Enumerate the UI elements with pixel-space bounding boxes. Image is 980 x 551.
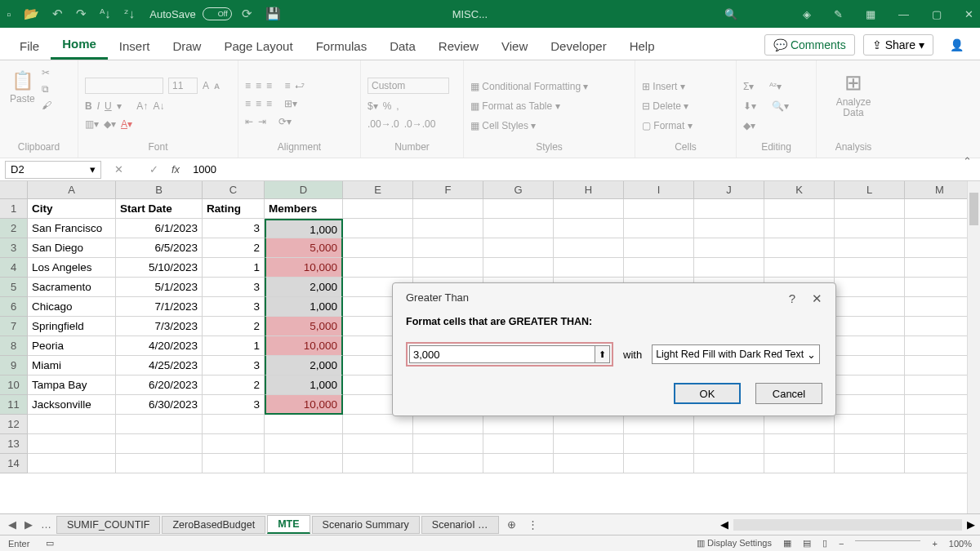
cell[interactable] — [554, 238, 624, 258]
cell[interactable] — [28, 434, 116, 454]
cell[interactable]: 10,000 — [265, 336, 343, 356]
sheet-nav-prev-icon[interactable]: ◀ — [5, 518, 20, 531]
cell[interactable] — [624, 434, 694, 454]
cell[interactable]: Chicago — [28, 297, 116, 317]
cell[interactable] — [835, 297, 905, 317]
cell[interactable] — [413, 415, 483, 434]
cell[interactable] — [413, 434, 483, 454]
cell[interactable] — [905, 297, 975, 317]
tab-page-layout[interactable]: Page Layout — [212, 33, 304, 60]
cell[interactable] — [554, 454, 624, 473]
cell[interactable]: Jacksonville — [28, 395, 116, 415]
format-cells[interactable]: ▢ Format ▾ — [642, 120, 693, 131]
cell[interactable]: 3 — [203, 278, 265, 297]
close-icon[interactable]: ✕ — [964, 8, 973, 20]
sheet-nav-more[interactable]: … — [38, 518, 55, 531]
cell[interactable]: 5/1/2023 — [116, 278, 203, 297]
cell[interactable] — [203, 454, 265, 473]
cell[interactable]: 1 — [203, 336, 265, 356]
view-page-layout-icon[interactable]: ▤ — [803, 538, 811, 549]
cell[interactable] — [905, 336, 975, 356]
tab-data[interactable]: Data — [378, 33, 427, 60]
cell[interactable] — [343, 238, 413, 258]
display-settings[interactable]: ▥ Display Settings — [697, 538, 772, 549]
tab-view[interactable]: View — [490, 33, 539, 60]
autosave-toggle[interactable]: AutoSave Off — [149, 7, 231, 20]
cell[interactable]: 2,000 — [265, 356, 343, 375]
cell[interactable] — [624, 199, 694, 219]
cell[interactable] — [554, 199, 624, 219]
cell[interactable] — [905, 317, 975, 336]
cell[interactable] — [483, 238, 554, 258]
cell[interactable] — [483, 454, 554, 473]
collapse-ribbon-icon[interactable]: ⌃ — [963, 155, 972, 167]
row-header[interactable]: 8 — [0, 336, 28, 356]
cell[interactable]: Rating — [203, 199, 265, 219]
sheet-tab-sumif[interactable]: SUMIF_COUNTIF — [56, 516, 160, 534]
zoom-out-icon[interactable]: − — [839, 539, 844, 549]
select-all-corner[interactable] — [0, 181, 28, 199]
row-header[interactable]: 9 — [0, 356, 28, 375]
enter-formula-icon[interactable]: ✓ — [149, 163, 158, 176]
cell[interactable] — [764, 219, 835, 238]
row-header[interactable]: 7 — [0, 317, 28, 336]
tab-home[interactable]: Home — [51, 30, 108, 60]
comments-button[interactable]: 💬Comments — [764, 34, 855, 56]
cell[interactable] — [835, 238, 905, 258]
row-header[interactable]: 6 — [0, 297, 28, 317]
col-header-M[interactable]: M — [905, 181, 975, 199]
cell[interactable] — [624, 258, 694, 278]
cell[interactable]: Springfield — [28, 317, 116, 336]
tab-review[interactable]: Review — [427, 33, 490, 60]
sheet-tab-scenarioi[interactable]: ScenarioI … — [421, 516, 499, 534]
cell[interactable] — [413, 454, 483, 473]
cell[interactable] — [554, 434, 624, 454]
sort-icon[interactable]: ᴬ↓ — [100, 7, 111, 21]
format-as-table[interactable]: ▦ Format as Table ▾ — [470, 100, 560, 112]
row-header[interactable]: 2 — [0, 219, 28, 238]
cell[interactable] — [835, 336, 905, 356]
cell[interactable] — [413, 258, 483, 278]
cell[interactable]: 3 — [203, 395, 265, 415]
app-icon[interactable]: ▦ — [866, 8, 875, 20]
cell[interactable]: 2 — [203, 238, 265, 258]
tab-help[interactable]: Help — [618, 33, 666, 60]
cell[interactable] — [483, 258, 554, 278]
zoom-slider[interactable] — [855, 540, 920, 541]
cell[interactable]: 5,000 — [265, 317, 343, 336]
number-format-selector[interactable]: Custom — [368, 78, 449, 94]
search-icon[interactable]: 🔍 — [724, 8, 737, 20]
col-header-D[interactable]: D — [265, 181, 343, 199]
cell[interactable]: 10,000 — [265, 258, 343, 278]
cell[interactable] — [835, 317, 905, 336]
cell[interactable]: Sacramento — [28, 278, 116, 297]
zoom-level[interactable]: 100% — [949, 539, 972, 549]
cell[interactable] — [343, 219, 413, 238]
cell[interactable]: Miami — [28, 356, 116, 375]
ok-button[interactable]: OK — [674, 383, 741, 404]
cell[interactable] — [835, 415, 905, 434]
cell[interactable] — [28, 415, 116, 434]
cell[interactable] — [343, 434, 413, 454]
cell[interactable] — [554, 258, 624, 278]
tab-insert[interactable]: Insert — [108, 33, 162, 60]
format-style-select[interactable]: Light Red Fill with Dark Red Text ⌄ — [652, 344, 820, 364]
cell[interactable] — [203, 434, 265, 454]
cell[interactable] — [483, 199, 554, 219]
cell[interactable] — [835, 434, 905, 454]
name-box[interactable]: D2▾ — [5, 161, 101, 179]
cell[interactable]: 1,000 — [265, 219, 343, 238]
cell[interactable] — [343, 454, 413, 473]
cancel-button[interactable]: Cancel — [755, 383, 822, 404]
font-size-selector[interactable]: 11 — [168, 78, 198, 94]
cell[interactable]: 2 — [203, 317, 265, 336]
row-header[interactable]: 13 — [0, 434, 28, 454]
cell-styles[interactable]: ▦ Cell Styles ▾ — [470, 120, 536, 131]
cell[interactable]: 1,000 — [265, 375, 343, 395]
cell[interactable] — [835, 278, 905, 297]
cell[interactable]: 4/20/2023 — [116, 336, 203, 356]
cell[interactable] — [694, 199, 764, 219]
cell[interactable]: San Diego — [28, 238, 116, 258]
macro-icon[interactable]: ▭ — [46, 538, 54, 549]
col-header-K[interactable]: K — [764, 181, 835, 199]
